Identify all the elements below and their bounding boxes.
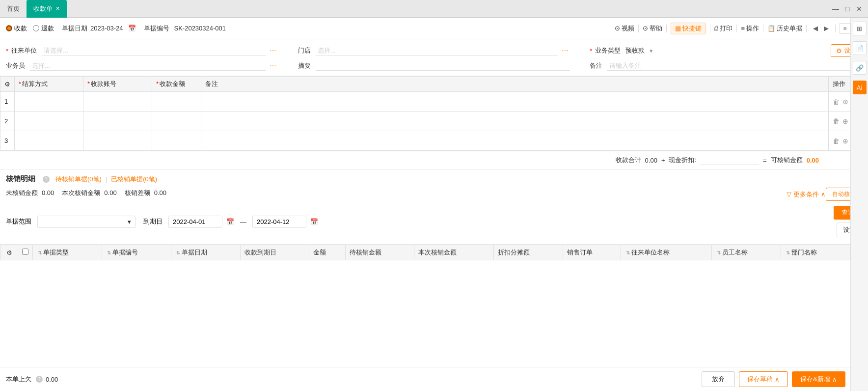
row-2-account[interactable] xyxy=(83,112,152,131)
bt-settings-header[interactable]: ⚙ xyxy=(0,245,18,260)
row-2-delete-button[interactable]: 🗑 xyxy=(833,117,840,125)
summary-input[interactable] xyxy=(316,61,570,71)
settings-col-header[interactable]: ⚙ xyxy=(0,77,15,92)
date-to-input[interactable] xyxy=(252,216,306,228)
help-action[interactable]: ⊙ 帮助 xyxy=(643,24,662,33)
receipt-radio[interactable]: 收款 xyxy=(6,24,27,33)
tab-receipt[interactable]: 收款单 ✕ xyxy=(27,0,67,18)
business-type-label: 业务类型 xyxy=(595,46,621,55)
unchecked-value: 0.00 xyxy=(42,189,54,196)
verify-tabs: 待核销单据(0笔) | 已核销单据(0笔) xyxy=(55,175,157,184)
abandon-button[interactable]: 放弃 xyxy=(702,371,735,387)
bt-dept-label: 部门名称 xyxy=(791,249,817,256)
sidebar-table-icon[interactable]: ⊞ xyxy=(853,22,867,35)
tab-close-icon[interactable]: ✕ xyxy=(55,5,60,12)
row-2-copy-button[interactable]: ⊕ xyxy=(842,117,848,125)
table-settings-icon[interactable]: ⚙ xyxy=(4,81,10,88)
row-3-copy-button[interactable]: ⊕ xyxy=(842,137,848,145)
bt-no-label: 单据编号 xyxy=(112,249,138,256)
shop-input[interactable] xyxy=(316,46,558,56)
nav-prev-button[interactable]: ◀ xyxy=(811,24,820,33)
shortcut-label: 快捷键 xyxy=(682,24,702,33)
row-3-delete-button[interactable]: 🗑 xyxy=(833,137,840,145)
tab-home[interactable]: 首页 xyxy=(0,0,27,18)
shortcut-action[interactable]: ▦ 快捷键 xyxy=(671,23,706,34)
video-action[interactable]: ⊙ 视频 xyxy=(615,24,634,33)
date-separator: — xyxy=(240,218,246,225)
row-3-amount[interactable] xyxy=(152,131,201,151)
shop-more-button[interactable]: ··· xyxy=(560,46,570,55)
row-3-account[interactable] xyxy=(83,131,152,151)
verify-info-icon[interactable]: ? xyxy=(43,176,50,183)
save-new-button[interactable]: 保存&新增 ∧ xyxy=(792,371,845,387)
list-view-button[interactable]: ≡ xyxy=(840,23,850,34)
row-2-settlement[interactable] xyxy=(15,112,83,131)
row-3-note[interactable] xyxy=(201,131,829,151)
date-from-input[interactable] xyxy=(168,216,222,228)
row-1-account[interactable] xyxy=(83,92,152,112)
close-button[interactable]: ✕ xyxy=(855,5,863,13)
maximize-button[interactable]: □ xyxy=(843,5,851,13)
row-1-delete-button[interactable]: 🗑 xyxy=(833,98,840,106)
row-1-amount[interactable] xyxy=(152,92,201,112)
refund-radio[interactable]: 退款 xyxy=(33,24,54,33)
select-all-checkbox[interactable] xyxy=(22,249,28,255)
save-draft-button[interactable]: 保存草稿 ∧ xyxy=(739,371,788,387)
current-total-value: 0.00 xyxy=(46,376,58,383)
bt-due-date-header: 收款到期日 xyxy=(240,245,309,260)
minimize-button[interactable]: — xyxy=(832,5,840,13)
counterpart-input[interactable] xyxy=(42,46,266,56)
history-action[interactable]: 📋 历史单据 xyxy=(767,24,802,33)
net-value: 0.00 xyxy=(807,157,819,164)
bt-dept-header: ⇅ 部门名称 xyxy=(781,245,850,260)
business-type-dropdown[interactable]: ▾ xyxy=(650,47,653,55)
receipt-refund-toggle: 收款 退款 xyxy=(6,24,54,33)
row-3-settlement[interactable] xyxy=(15,131,83,151)
voucher-date-value[interactable]: 2023-03-24 xyxy=(90,25,123,32)
voucher-range-select[interactable]: ▾ xyxy=(37,216,136,228)
required-mark-btype: * xyxy=(590,47,592,55)
remark-label: 备注 xyxy=(590,61,602,70)
toolbar-actions: ⊙ 视频 ⊙ 帮助 ▦ 快捷键 ⎙ 打印 ≡ 操作 xyxy=(615,23,862,34)
print-action[interactable]: ⎙ 打印 xyxy=(714,24,732,33)
table-icon: ⊞ xyxy=(857,25,862,32)
verify-section: 核销明细 ? 待核销单据(0笔) | 已核销单据(0笔) 未核销金额 0.00 … xyxy=(0,169,868,245)
operation-action[interactable]: ≡ 操作 xyxy=(741,24,759,33)
salesperson-more-button[interactable]: ··· xyxy=(268,61,278,70)
sidebar-link-icon[interactable]: 🔗 xyxy=(853,61,867,75)
bt-no-header: ⇅ 单据编号 xyxy=(102,245,171,260)
calendar-from-icon[interactable]: 📅 xyxy=(226,218,234,225)
discount-input[interactable] xyxy=(700,155,759,165)
calendar-to-icon[interactable]: 📅 xyxy=(310,218,318,225)
more-conditions-button[interactable]: ▽ 更多条件 ∧ xyxy=(787,190,826,199)
row-1-settlement[interactable] xyxy=(15,92,83,112)
bt-settings-icon[interactable]: ⚙ xyxy=(6,249,12,256)
link-icon: 🔗 xyxy=(856,64,864,72)
counterpart-more-button[interactable]: ··· xyxy=(268,46,278,55)
voucher-date-label: 单据日期 xyxy=(62,24,87,33)
total-label: 收款合计 xyxy=(616,156,641,165)
done-tab[interactable]: 已核销单据(0笔) xyxy=(111,175,157,184)
footer-info-icon[interactable]: ? xyxy=(36,376,43,383)
bt-type-label: 单据类型 xyxy=(43,249,69,256)
diff-label: 核销差额 xyxy=(125,189,150,197)
voucher-range-arrow: ▾ xyxy=(128,218,131,225)
pending-tab[interactable]: 待核销单据(0笔) xyxy=(55,175,102,184)
remark-input[interactable] xyxy=(607,61,862,71)
row-2-amount[interactable] xyxy=(152,112,201,131)
divider-6 xyxy=(806,25,807,32)
calendar-icon[interactable]: 📅 xyxy=(128,25,136,32)
row-2-num: 2 xyxy=(0,112,15,131)
video-label: 视频 xyxy=(622,24,634,33)
sidebar-doc-icon[interactable]: 📄 xyxy=(853,41,867,55)
bt-amount-label: 金额 xyxy=(313,249,326,256)
row-1-note[interactable] xyxy=(201,92,829,112)
sidebar-ai-icon[interactable]: Ai xyxy=(853,81,867,94)
salesperson-input[interactable] xyxy=(30,61,266,71)
row-1-copy-button[interactable]: ⊕ xyxy=(842,98,848,106)
form-row-1: * 往来单位 ··· 门店 ··· * 业务类型 预收款 ▾ ⚙ xyxy=(6,44,862,57)
nav-next-button[interactable]: ▶ xyxy=(821,24,831,33)
bt-pending-header: 待核销金额 xyxy=(345,245,414,260)
bt-checkbox-header[interactable] xyxy=(18,245,33,260)
row-2-note[interactable] xyxy=(201,112,829,131)
